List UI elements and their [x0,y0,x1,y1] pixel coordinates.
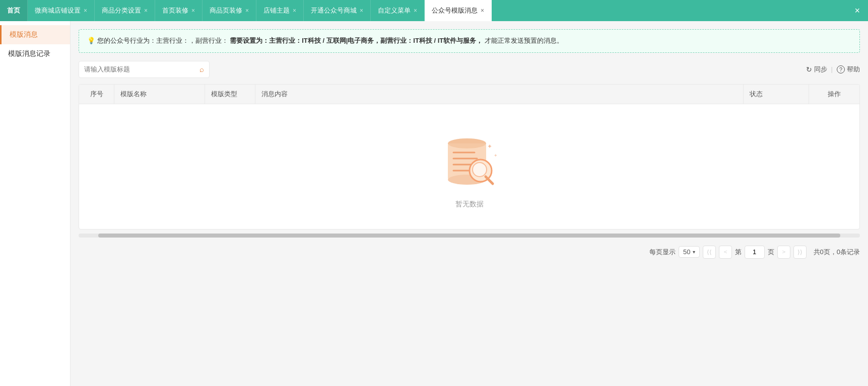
page-suffix: 页 [768,248,774,257]
tab-open-mall-label: 开通公众号商城 [311,6,357,15]
main-layout: 模版消息 模版消息记录 💡 您的公众号行业为：主营行业：，副营行业： 需要设置为… [0,21,868,386]
svg-point-9 [473,163,487,177]
scrollbar-thumb[interactable] [98,234,840,238]
tab-home[interactable]: 首页 [0,0,28,21]
svg-text:✦: ✦ [494,153,498,158]
tab-template-msg[interactable]: 公众号模版消息 × [425,0,492,21]
tab-product-category-label: 商品分类设置 [102,6,141,15]
search-bar: ⌕ ↻ 同步 | ? 帮助 [79,61,860,78]
page-size-value: 50 [683,248,690,256]
total-text: 共0页，0条记录 [814,248,860,257]
tab-product-decor-label: 商品页装修 [210,6,242,15]
tab-wechat-shop-close[interactable]: × [84,7,87,14]
notice-suffix: 才能正常发送预置的消息。 [485,37,563,44]
notice-highlight: 需要设置为：主营行业：IT科技 / 互联网|电子商务，副营行业：IT科技 / I… [230,37,483,44]
toolbar-divider: | [831,65,833,73]
first-page-button[interactable]: ⟨⟨ [703,246,716,259]
tab-open-mall[interactable]: 开通公众号商城 × [304,0,371,21]
notice-icon: 💡 [87,37,95,44]
page-size-select[interactable]: 50 ▾ [679,246,699,258]
prev-page-button[interactable]: ＜ [719,246,732,259]
help-button[interactable]: ? 帮助 [837,65,860,74]
notice-bar: 💡 您的公众号行业为：主营行业：，副营行业： 需要设置为：主营行业：IT科技 /… [79,29,860,53]
th-seq: 序号 [79,85,114,104]
content-area: 💡 您的公众号行业为：主营行业：，副营行业： 需要设置为：主营行业：IT科技 /… [71,21,868,386]
page-number-input[interactable] [745,246,765,259]
sync-button[interactable]: ↻ 同步 [806,65,827,74]
tab-template-msg-close[interactable]: × [481,7,484,14]
help-icon: ? [837,65,845,73]
tab-shop-theme[interactable]: 店铺主题 × [256,0,304,21]
tab-shop-theme-close[interactable]: × [293,7,296,14]
th-action: 操作 [809,85,859,104]
horizontal-scrollbar[interactable] [79,234,860,238]
th-content: 消息内容 [255,85,744,104]
sync-icon: ↻ [806,65,812,73]
sidebar-item-template-record[interactable]: 模版消息记录 [0,44,70,63]
th-type: 模版类型 [205,85,255,104]
tab-template-msg-label: 公众号模版消息 [432,6,478,15]
svg-point-3 [448,138,486,148]
sidebar-item-template-message-label: 模版消息 [10,30,38,38]
empty-state: ✦ ✦ 暂无数据 [79,104,859,229]
tab-homepage-decor[interactable]: 首页装修 × [155,0,203,21]
tab-homepage-decor-close[interactable]: × [191,7,195,14]
table-header: 序号 模版名称 模版类型 消息内容 状态 操作 [79,85,859,104]
notice-prefix: 您的公众号行业为：主营行业：，副营行业： [97,37,228,44]
global-close-button[interactable]: × [846,0,868,21]
tab-product-category-close[interactable]: × [144,7,148,14]
tab-homepage-decor-label: 首页装修 [162,6,188,15]
th-name: 模版名称 [114,85,205,104]
sidebar-item-template-message[interactable]: 模版消息 [0,25,70,44]
tab-product-decor-close[interactable]: × [245,7,249,14]
empty-illustration: ✦ ✦ [439,134,500,200]
empty-text: 暂无数据 [455,200,484,209]
tab-wechat-shop-label: 微商城店铺设置 [35,6,81,15]
page-prefix: 第 [735,248,742,257]
pagination: 每页显示 50 ▾ ⟨⟨ ＜ 第 页 ＞ ⟩⟩ 共0页，0条记录 [79,242,860,263]
tab-wechat-shop[interactable]: 微商城店铺设置 × [28,0,95,21]
tab-home-label: 首页 [7,6,20,15]
search-input-wrap[interactable]: ⌕ [79,61,210,78]
chevron-down-icon: ▾ [693,249,695,255]
tab-product-category[interactable]: 商品分类设置 × [95,0,155,21]
sidebar-item-template-record-label: 模版消息记录 [8,49,50,57]
svg-text:✦: ✦ [487,143,492,150]
tab-shop-theme-label: 店铺主题 [263,6,290,15]
tab-custom-menu-label: 自定义菜单 [378,6,411,15]
search-icon[interactable]: ⌕ [199,65,204,73]
tab-custom-menu[interactable]: 自定义菜单 × [371,0,425,21]
tab-product-decor[interactable]: 商品页装修 × [203,0,256,21]
last-page-button[interactable]: ⟩⟩ [793,246,807,259]
page-size-label: 每页显示 [649,248,676,257]
th-status: 状态 [744,85,809,104]
sidebar: 模版消息 模版消息记录 [0,21,71,386]
next-page-button[interactable]: ＞ [777,246,790,259]
help-label: 帮助 [847,65,860,74]
top-nav: 首页 微商城店铺设置 × 商品分类设置 × 首页装修 × 商品页装修 × 店铺主… [0,0,868,21]
tab-custom-menu-close[interactable]: × [414,7,417,14]
data-table: 序号 模版名称 模版类型 消息内容 状态 操作 [79,84,860,229]
search-input[interactable] [84,65,199,73]
toolbar-right: ↻ 同步 | ? 帮助 [806,65,860,74]
sync-label: 同步 [814,65,827,74]
tab-open-mall-close[interactable]: × [360,7,363,14]
